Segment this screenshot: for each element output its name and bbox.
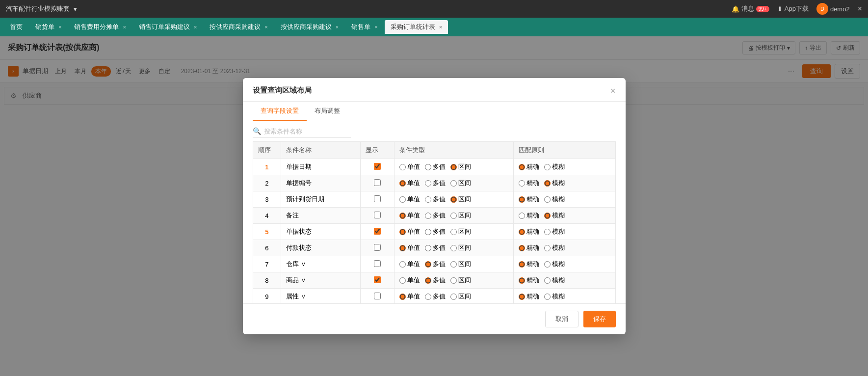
match-radio-模糊-5[interactable] [544,245,551,251]
match-radio-模糊-1[interactable] [544,180,551,187]
type-option-多值-8[interactable]: 多值 [425,292,446,301]
match-radio-模糊-7[interactable] [544,277,551,284]
type-option-多值-6[interactable]: 多值 [425,260,446,269]
type-option-多值-0[interactable]: 多值 [425,162,446,171]
match-option-模糊-6[interactable]: 模糊 [544,260,565,269]
type-option-单值-6[interactable]: 单值 [399,260,420,269]
tab-5-close[interactable]: × [336,24,339,30]
match-option-精确-8[interactable]: 精确 [519,292,539,301]
match-radio-精确-5[interactable] [519,245,525,251]
tab-6-close[interactable]: × [374,24,377,30]
match-option-模糊-2[interactable]: 模糊 [544,195,565,204]
match-option-精确-4[interactable]: 精确 [519,227,539,236]
type-radio-区间-6[interactable] [450,261,457,268]
type-option-区间-4[interactable]: 区间 [450,227,471,236]
match-option-精确-3[interactable]: 精确 [519,211,539,220]
type-option-区间-8[interactable]: 区间 [450,292,471,301]
match-radio-精确-0[interactable] [519,164,525,170]
save-button[interactable]: 保存 [583,311,616,327]
type-radio-多值-8[interactable] [425,294,431,300]
tab-sale[interactable]: 销货单 × [29,20,67,34]
type-radio-多值-4[interactable] [425,229,431,235]
type-radio-多值-3[interactable] [425,213,431,219]
match-radio-模糊-3[interactable] [544,213,551,219]
app-close-button[interactable]: × [858,4,862,13]
type-option-单值-5[interactable]: 单值 [399,243,420,252]
type-option-区间-5[interactable]: 区间 [450,243,471,252]
row-checkbox-8[interactable] [374,293,381,299]
type-option-单值-4[interactable]: 单值 [399,227,420,236]
row-checkbox-1[interactable] [374,179,381,186]
row-checkbox-2[interactable] [374,195,381,202]
row-checkbox-5[interactable] [374,244,381,251]
type-radio-区间-2[interactable] [450,196,457,203]
cancel-button[interactable]: 取消 [545,311,579,327]
match-option-精确-0[interactable]: 精确 [519,162,539,171]
type-radio-单值-2[interactable] [399,196,406,203]
match-option-模糊-5[interactable]: 模糊 [544,243,565,252]
tab-sale-cost[interactable]: 销售费用分摊单 × [68,20,132,34]
type-radio-区间-4[interactable] [450,229,457,235]
type-radio-区间-3[interactable] [450,213,457,219]
row-checkbox-3[interactable] [374,212,381,218]
type-radio-多值-1[interactable] [425,180,431,187]
type-option-区间-6[interactable]: 区间 [450,260,471,269]
tab-sale-close[interactable]: × [58,24,61,30]
type-option-区间-7[interactable]: 区间 [450,276,471,285]
type-radio-多值-2[interactable] [425,196,431,203]
type-option-单值-8[interactable]: 单值 [399,292,420,301]
type-radio-多值-7[interactable] [425,277,431,284]
type-option-多值-3[interactable]: 多值 [425,211,446,220]
match-radio-精确-2[interactable] [519,196,525,203]
match-option-精确-2[interactable]: 精确 [519,195,539,204]
type-radio-多值-6[interactable] [425,261,431,268]
search-input[interactable] [264,128,342,135]
match-radio-精确-4[interactable] [519,229,525,235]
match-option-精确-5[interactable]: 精确 [519,243,539,252]
match-option-模糊-3[interactable]: 模糊 [544,211,565,220]
type-option-单值-7[interactable]: 单值 [399,276,420,285]
type-option-单值-0[interactable]: 单值 [399,162,420,171]
type-option-单值-1[interactable]: 单值 [399,179,420,188]
type-radio-多值-5[interactable] [425,245,431,251]
tab-5[interactable]: 按供应商采购建议 × [275,20,344,34]
type-radio-区间-0[interactable] [450,164,457,170]
row-checkbox-0[interactable] [374,163,381,170]
type-radio-区间-8[interactable] [450,294,457,300]
tab-6[interactable]: 销售单 × [345,20,383,34]
type-option-区间-1[interactable]: 区间 [450,179,471,188]
match-option-精确-1[interactable]: 精确 [519,179,539,188]
modal-tab-query-fields[interactable]: 查询字段设置 [253,102,307,121]
notification-area[interactable]: 🔔 消息 99+ [732,4,769,13]
type-radio-单值-3[interactable] [399,213,406,219]
tab-sale-cost-close[interactable]: × [123,24,126,30]
match-radio-模糊-0[interactable] [544,164,551,170]
row-checkbox-6[interactable] [374,260,381,267]
type-option-多值-4[interactable]: 多值 [425,227,446,236]
tab-active[interactable]: 采购订单统计表 × [385,20,448,34]
type-option-区间-0[interactable]: 区间 [450,162,471,171]
user-area[interactable]: D demo2 [816,3,850,15]
tab-4-close[interactable]: × [264,24,267,30]
tab-4[interactable]: 按供应商采购建议 × [204,20,273,34]
tab-sale-order-close[interactable]: × [194,24,197,30]
type-option-单值-2[interactable]: 单值 [399,195,420,204]
row-checkbox-7[interactable] [374,276,381,283]
type-radio-多值-0[interactable] [425,164,431,170]
download-area[interactable]: ⬇ App下载 [777,4,809,13]
match-radio-模糊-8[interactable] [544,294,551,300]
match-radio-模糊-6[interactable] [544,261,551,268]
match-radio-模糊-4[interactable] [544,229,551,235]
match-radio-精确-7[interactable] [519,277,525,284]
match-radio-精确-1[interactable] [519,180,525,187]
match-radio-精确-3[interactable] [519,213,525,219]
type-radio-单值-5[interactable] [399,245,406,251]
modal-close-button[interactable]: × [610,86,616,95]
table-scroll-container[interactable]: 顺序 条件名称 显示 条件类型 匹配原则 1单据日期单值多值区间精确模糊2单据编… [253,141,616,303]
match-option-精确-7[interactable]: 精确 [519,276,539,285]
type-option-区间-3[interactable]: 区间 [450,211,471,220]
match-radio-精确-6[interactable] [519,261,525,268]
type-radio-单值-6[interactable] [399,261,406,268]
tab-sale-order[interactable]: 销售订单采购建议 × [133,20,203,34]
type-radio-单值-1[interactable] [399,180,406,187]
